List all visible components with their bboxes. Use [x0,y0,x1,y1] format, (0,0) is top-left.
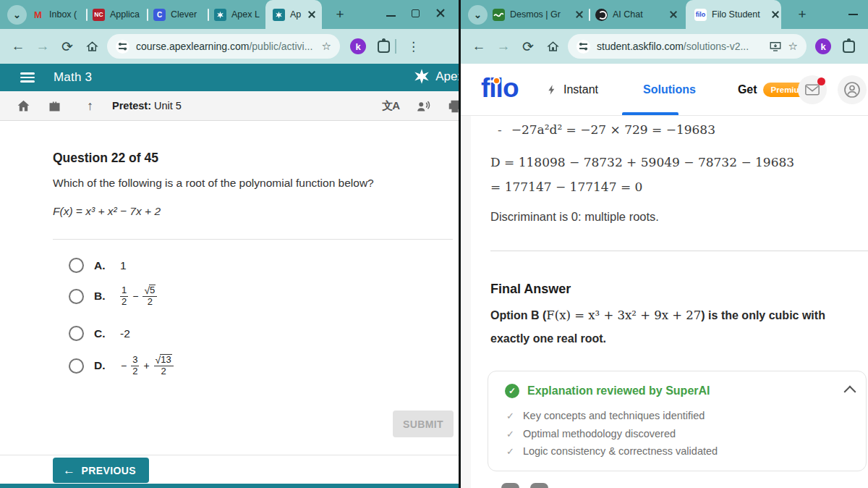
solution-card: -−27a²d² = −27 × 729 = −19683 D = 118098… [471,116,868,488]
extensions-icon[interactable] [378,41,390,53]
option-c[interactable]: C. -2 [69,326,130,341]
chrome-menu-button[interactable]: ⋮ [401,34,426,59]
previous-button[interactable]: ← PREVIOUS [53,458,149,483]
close-tab-icon[interactable] [668,9,679,20]
tab-search-button[interactable]: ⌄ [468,5,488,25]
new-tab-button[interactable]: + [331,6,349,23]
back-icon: ← [472,38,486,54]
apex-subbar: ↑ Pretest: Unit 5 文A [0,91,459,121]
close-tab-icon[interactable] [770,9,781,20]
site-settings-icon[interactable] [576,40,590,54]
tab-separator [589,9,590,21]
radio-option-d[interactable] [69,358,84,374]
new-tab-button[interactable]: + [793,6,811,23]
address-bar[interactable]: course.apexlearning.com/public/activi...… [107,34,340,59]
tab-apex[interactable]: Apex L [214,0,262,29]
avatar [530,483,548,488]
install-app-icon[interactable] [769,40,782,53]
radio-option-c[interactable] [69,326,84,341]
filo-logo-dot [493,77,501,85]
tab-search-button[interactable]: ⌄ [7,5,27,25]
forward-button[interactable]: → [491,34,516,59]
plus-icon: + [798,7,806,22]
url-text: course.apexlearning.com/public/activi... [136,41,312,52]
window-controls [848,8,858,15]
apex-favicon [214,9,226,21]
apex-bottom-strip [0,484,459,488]
tab-label: Desmos | Gr [510,9,569,20]
right-address-toolbar: ← → ⟳ student.askfilo.com/solutions-v2..… [461,29,868,64]
address-bar[interactable]: student.askfilo.com/solutions-v2... ☆ [568,34,807,59]
home-button[interactable] [540,34,565,59]
extensions-icon[interactable] [843,41,855,53]
submit-button[interactable]: SUBMIT [393,411,454,437]
solution-step: = 177147 − 177147 = 0 [490,180,642,194]
briefcase-icon[interactable] [47,98,62,114]
option-b[interactable]: B. 12 − √52 [69,285,157,308]
kami-extension-icon[interactable]: k [815,38,831,54]
right-browser-window: ⌄ Desmos | Gr AI Chat filo Filo Student … [461,0,868,488]
nav-solutions[interactable]: Solutions [643,83,696,96]
close-tab-icon[interactable] [306,9,318,20]
avatar [501,483,519,488]
minimize-icon[interactable] [386,15,396,17]
check-icon: ✓ [506,411,514,421]
kami-extension-icon[interactable]: k [350,38,366,54]
fraction: 32 [131,355,139,377]
home-course-icon[interactable] [16,98,31,114]
nav-instant[interactable]: Instant [563,83,598,96]
course-menu-icon[interactable] [20,72,35,83]
bookmark-star-icon[interactable]: ☆ [322,40,331,53]
up-arrow-icon[interactable]: ↑ [87,98,93,114]
site-settings-icon[interactable] [116,40,129,54]
home-icon [85,40,99,54]
tab-inbox[interactable]: M Inbox ( [32,0,84,29]
option-d[interactable]: D. − 32 + √132 [69,354,174,377]
option-a[interactable]: A. 1 [69,258,127,273]
bookmark-star-icon[interactable]: ☆ [788,40,798,53]
review-title: ✓ Explanation reviewed by SuperAI [505,384,710,398]
tab-filo-active[interactable]: filo Filo Student [686,0,781,29]
back-button[interactable]: ← [6,34,30,59]
plus-icon: + [336,7,344,22]
print-icon[interactable] [447,98,459,114]
profile-button[interactable] [838,75,867,104]
reload-button[interactable]: ⟳ [516,34,540,59]
left-tab-strip: ⌄ M Inbox ( NC Applica C Clever Apex L A… [0,0,459,29]
translate-icon[interactable]: 文A [382,99,399,113]
tab-label: Filo Student [712,9,765,20]
reload-button[interactable]: ⟳ [55,34,80,59]
tab-label: Clever [171,9,197,20]
question-number: Question 22 of 45 [53,151,158,166]
nav-get[interactable]: Get [738,83,757,96]
close-tab-icon[interactable] [574,9,585,20]
close-window-icon[interactable] [435,8,446,18]
tab-clever[interactable]: C Clever [153,0,204,29]
tab-nc-application[interactable]: NC Applica [93,0,145,29]
notification-dot [817,77,825,85]
messages-button[interactable] [798,75,827,104]
read-aloud-icon[interactable] [415,98,431,114]
back-icon: ← [12,38,25,54]
review-item: ✓ Key concepts and techniques identified [506,410,705,421]
tab-ai-chat[interactable]: AI Chat [595,0,679,29]
tab-label: Apex L [231,9,260,20]
question-panel: Question 22 of 45 Which of the following… [0,121,459,455]
minimize-icon[interactable] [848,14,858,15]
gmail-favicon: M [32,9,44,21]
home-button[interactable] [80,34,104,59]
maximize-icon[interactable] [412,9,420,17]
tab-label: Applica [110,9,140,20]
left-arrow-icon: ← [63,463,75,478]
clever-favicon: C [153,9,166,21]
collapse-chevron-icon[interactable] [845,384,854,394]
tab-desmos[interactable]: Desmos | Gr [493,0,585,29]
forward-button[interactable]: → [30,34,55,59]
radio-option-b[interactable] [69,289,84,304]
subbar-tools: 文A [382,91,459,121]
tab-apex-active[interactable]: Ap [265,0,322,29]
radio-option-a[interactable] [69,258,84,273]
fraction-radical: √52 [142,285,157,308]
back-button[interactable]: ← [467,34,491,59]
toolbar-divider [395,39,396,54]
